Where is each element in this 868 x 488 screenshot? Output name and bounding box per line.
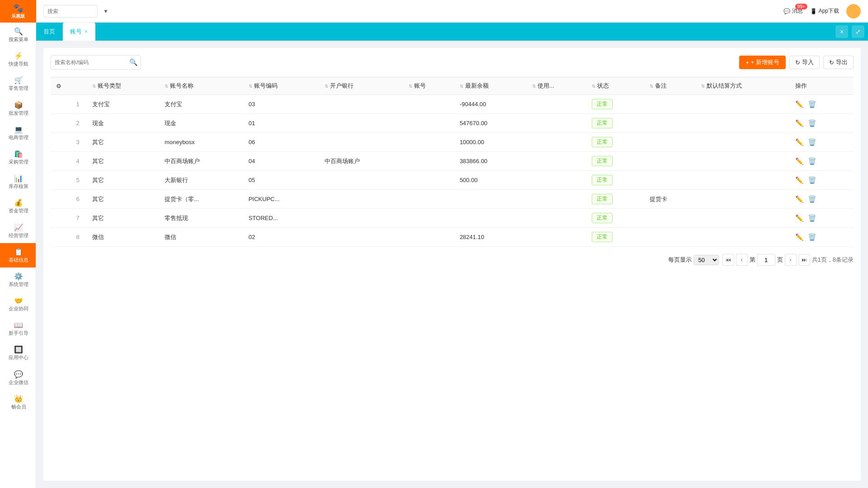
row-remark: 提货卡: [644, 190, 696, 209]
next-page-button[interactable]: ›: [785, 254, 797, 266]
row-num: 6: [69, 190, 87, 209]
sidebar-item-basic-info[interactable]: 📋 基础信息: [0, 243, 36, 267]
sidebar-item-app-center[interactable]: 🔲 应用中心: [0, 341, 36, 365]
row-code: 01: [243, 114, 320, 133]
status-badge: 正常: [592, 137, 613, 147]
sidebar-item-label: 基础信息: [9, 257, 28, 263]
delete-icon[interactable]: 🗑️: [808, 214, 816, 222]
delete-icon[interactable]: 🗑️: [808, 100, 816, 108]
col-name[interactable]: ⇅ 账号名称: [159, 77, 243, 95]
edit-icon[interactable]: ✏️: [795, 195, 804, 203]
row-remark: [644, 209, 696, 228]
col-usage[interactable]: ⇅ 使用...: [527, 77, 587, 95]
tab-close-all-button[interactable]: ×: [835, 25, 848, 38]
first-page-button[interactable]: ⏮: [722, 254, 734, 266]
sidebar-item-system-mgmt[interactable]: ⚙️ 系统管理: [0, 267, 36, 292]
sidebar-item-operation-mgmt[interactable]: 📈 经营管理: [0, 219, 36, 243]
table-row: 5 其它 大新银行 05 500.00 正常 ✏️ 🗑️: [51, 171, 854, 190]
row-status: 正常: [586, 152, 644, 171]
sidebar-item-quick-nav[interactable]: ⚡ 快捷导航: [0, 47, 36, 71]
sidebar-item-wholesale-mgmt[interactable]: 📦 批发管理: [0, 96, 36, 121]
sidebar-item-ecom-mgmt[interactable]: 💻 电商管理: [0, 121, 36, 145]
edit-icon[interactable]: ✏️: [795, 233, 804, 241]
col-type[interactable]: ⇅ 账号类型: [87, 77, 159, 95]
row-account: [403, 114, 454, 133]
col-account[interactable]: ⇅ 账号: [403, 77, 454, 95]
import-button[interactable]: ↻ 导入: [789, 56, 820, 69]
sidebar: 🐾 乐惠版 🔍 搜索菜单 ⚡ 快捷导航 🛒 零售管理 📦 批发管理 💻 电商管理…: [0, 0, 36, 488]
col-balance[interactable]: ⇅ 最新余额: [454, 77, 527, 95]
last-page-button[interactable]: ⏭: [798, 254, 810, 266]
row-remark: [644, 95, 696, 114]
sidebar-item-label: 经营管理: [9, 233, 28, 239]
sidebar-item-retail-mgmt[interactable]: 🛒 零售管理: [0, 71, 36, 96]
row-code: STORED...: [243, 209, 320, 228]
delete-icon[interactable]: 🗑️: [808, 176, 816, 184]
col-default-pay[interactable]: ⇅ 默认结算方式: [696, 77, 789, 95]
delete-icon[interactable]: 🗑️: [808, 233, 816, 241]
content-area: 🔍 + + 新增账号 ↻ 导入 ↻ 导出: [36, 41, 868, 488]
col-code-sort-icon: ⇅: [249, 84, 252, 89]
col-bank-sort-icon: ⇅: [325, 84, 328, 89]
sidebar-item-inventory-calc[interactable]: 📊 库存核算: [0, 169, 36, 194]
export-button[interactable]: ↻ 导出: [823, 56, 854, 69]
delete-icon[interactable]: 🗑️: [808, 119, 816, 127]
row-usage: [527, 228, 587, 247]
page-size-dropdown[interactable]: 50 100 200: [693, 255, 719, 265]
topbar-search-input[interactable]: [43, 5, 98, 18]
table-row: 8 微信 微信 02 28241.10 正常 ✏️ 🗑️: [51, 228, 854, 247]
col-remark[interactable]: ⇅ 备注: [644, 77, 696, 95]
table-row: 2 现金 现金 01 547670.00 正常 ✏️ 🗑️: [51, 114, 854, 133]
search-input[interactable]: [51, 59, 126, 66]
enterprise-icon: 🤝: [14, 296, 23, 305]
avatar[interactable]: [846, 4, 861, 19]
row-actions: ✏️ 🗑️: [790, 95, 854, 114]
delete-icon[interactable]: 🗑️: [808, 138, 816, 146]
sidebar-item-finance-mgmt[interactable]: 💰 资金管理: [0, 194, 36, 218]
tab-home[interactable]: 首页: [36, 23, 63, 41]
row-num: 2: [69, 114, 87, 133]
col-code[interactable]: ⇅ 账号编码: [243, 77, 320, 95]
col-bank[interactable]: ⇅ 开户银行: [319, 77, 403, 95]
col-name-sort-icon: ⇅: [165, 84, 168, 89]
row-config: [51, 209, 69, 228]
page-input[interactable]: [757, 254, 775, 266]
col-status[interactable]: ⇅ 状态: [586, 77, 644, 95]
row-balance: 28241.10: [454, 228, 527, 247]
msg-button[interactable]: 💬 消息 99+: [783, 7, 803, 15]
tab-account[interactable]: 账号 ×: [63, 23, 95, 41]
edit-icon[interactable]: ✏️: [795, 119, 804, 127]
search-button[interactable]: 🔍: [126, 55, 141, 70]
row-default-pay: [696, 209, 789, 228]
edit-icon[interactable]: ✏️: [795, 157, 804, 165]
sidebar-item-enterprise-wechat[interactable]: 💬 企业微信: [0, 366, 36, 390]
row-type: 其它: [87, 190, 159, 209]
row-type: 其它: [87, 152, 159, 171]
topbar-dropdown[interactable]: ▼: [103, 8, 108, 14]
sidebar-item-search-menu[interactable]: 🔍 搜索菜单: [0, 23, 36, 47]
row-actions: ✏️ 🗑️: [790, 133, 854, 152]
page-size-label: 每页显示: [668, 256, 692, 264]
add-account-button[interactable]: + + 新增账号: [739, 56, 786, 69]
sidebar-item-enterprise-agreement[interactable]: 🤝 企业协同: [0, 292, 36, 316]
delete-icon[interactable]: 🗑️: [808, 195, 816, 203]
sidebar-item-label: 零售管理: [9, 85, 28, 91]
prev-page-button[interactable]: ‹: [736, 254, 748, 266]
tab-close-icon[interactable]: ×: [85, 28, 88, 35]
app-download-button[interactable]: 📱 App下载: [810, 7, 839, 15]
sidebar-item-vip-member[interactable]: 👑 畅会员: [0, 390, 36, 414]
delete-icon[interactable]: 🗑️: [808, 157, 816, 165]
edit-icon[interactable]: ✏️: [795, 214, 804, 222]
sidebar-item-purchase-mgmt[interactable]: 🛍️ 采购管理: [0, 145, 36, 169]
edit-icon[interactable]: ✏️: [795, 100, 804, 108]
tab-expand-button[interactable]: ⤢: [852, 25, 864, 38]
edit-icon[interactable]: ✏️: [795, 138, 804, 146]
sidebar-item-beginner-guide[interactable]: 📖 新手引导: [0, 316, 36, 341]
logo-icon: 🐾: [13, 3, 23, 13]
row-num: 1: [69, 95, 87, 114]
settings-icon[interactable]: ⚙: [56, 83, 61, 89]
edit-icon[interactable]: ✏️: [795, 176, 804, 184]
row-usage: [527, 95, 587, 114]
row-balance: [454, 209, 527, 228]
row-balance: 383866.00: [454, 152, 527, 171]
